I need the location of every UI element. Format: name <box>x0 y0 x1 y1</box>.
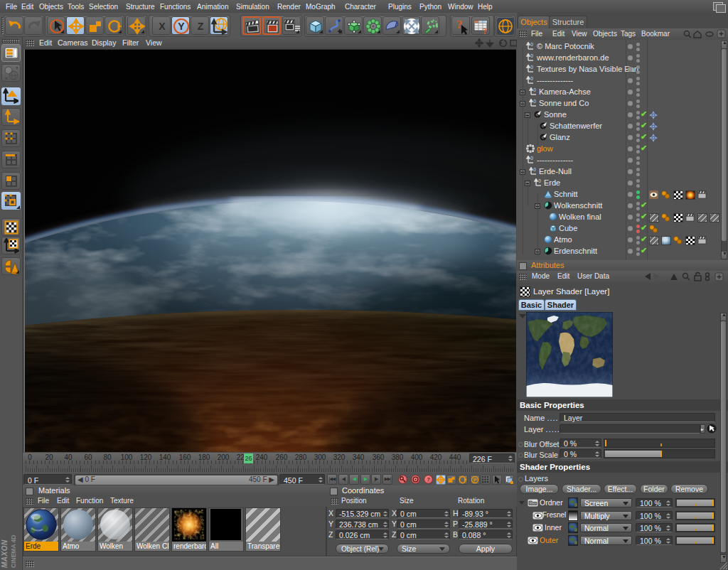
svg-text:0: 0 <box>533 99 536 104</box>
svg-text:0: 0 <box>530 65 533 70</box>
svg-text:0: 0 <box>530 42 533 47</box>
svg-text:0: 0 <box>530 156 533 161</box>
svg-text:X: X <box>159 21 166 32</box>
svg-text:?: ? <box>483 26 488 35</box>
svg-text:0: 0 <box>533 167 536 172</box>
svg-text:?: ? <box>456 18 463 31</box>
svg-text:P: P <box>473 478 477 483</box>
svg-text:0: 0 <box>533 87 536 92</box>
svg-text:0: 0 <box>530 53 533 58</box>
svg-text:0: 0 <box>530 76 533 81</box>
svg-text:0: 0 <box>538 178 541 183</box>
svg-text:Y: Y <box>178 21 185 32</box>
svg-text:Z: Z <box>198 21 204 32</box>
